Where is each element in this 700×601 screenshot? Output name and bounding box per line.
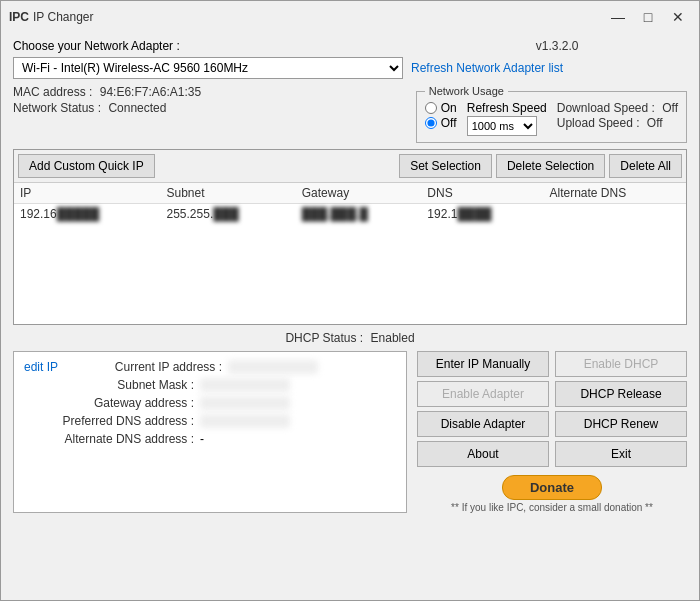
adapter-select[interactable]: Wi-Fi - Intel(R) Wireless-AC 9560 160MHz	[13, 57, 403, 79]
delete-all-button[interactable]: Delete All	[609, 154, 682, 178]
refresh-speed-label: Refresh Speed	[467, 101, 547, 115]
download-upload-col: Download Speed : Off Upload Speed : Off	[557, 101, 678, 136]
col-alt-dns: Alternate DNS	[544, 183, 687, 204]
enable-adapter-button[interactable]: Enable Adapter	[417, 381, 549, 407]
network-usage-box: Network Usage On Off Refresh Speed	[416, 85, 687, 143]
upload-speed-label: Upload Speed : Off	[557, 116, 678, 130]
title-bar-controls: — □ ✕	[605, 7, 691, 27]
close-button[interactable]: ✕	[665, 7, 691, 27]
row-alt-dns	[544, 204, 687, 225]
main-window: IPC IP Changer — □ ✕ Choose your Network…	[0, 0, 700, 601]
ip-table-body: 192.16█████ 255.255.███ ███.███.█ 192.1█…	[14, 204, 686, 225]
pref-dns-row: Preferred DNS address :	[24, 414, 396, 428]
app-name-bold: IPC	[9, 10, 29, 24]
current-ip-row: edit IP Current IP address :	[24, 360, 396, 374]
subnet-mask-value	[200, 378, 290, 392]
network-usage-legend: Network Usage	[425, 85, 508, 97]
radio-off-label: Off	[441, 116, 457, 130]
dhcp-status-row: DHCP Status : Enabled	[13, 331, 687, 345]
col-subnet: Subnet	[161, 183, 296, 204]
gateway-row: Gateway address :	[24, 396, 396, 410]
enable-dhcp-button[interactable]: Enable DHCP	[555, 351, 687, 377]
mac-address-row: MAC address : 94:E6:F7:A6:A1:35	[13, 85, 410, 99]
adapter-label: Choose your Network Adapter :	[13, 39, 180, 53]
row-gateway: ███.███.█	[296, 204, 422, 225]
row-ip: 192.16█████	[14, 204, 161, 225]
col-ip: IP	[14, 183, 161, 204]
ip-table: IP Subnet Gateway DNS Alternate DNS 192.…	[14, 183, 686, 224]
subnet-mask-label: Subnet Mask :	[24, 378, 194, 392]
speed-select[interactable]: 1000 ms	[467, 116, 537, 136]
pref-dns-value	[200, 414, 290, 428]
mac-network-info: MAC address : 94:E6:F7:A6:A1:35 Network …	[13, 85, 410, 117]
refresh-adapter-link[interactable]: Refresh Network Adapter list	[411, 61, 563, 75]
set-selection-button[interactable]: Set Selection	[399, 154, 492, 178]
btn-row-4: About Exit	[417, 441, 687, 467]
minimize-button[interactable]: —	[605, 7, 631, 27]
gateway-value	[200, 396, 290, 410]
table-empty-space	[14, 224, 686, 324]
enter-manually-button[interactable]: Enter IP Manually	[417, 351, 549, 377]
title-bar-left: IPC IP Changer	[9, 10, 94, 24]
upload-speed-value: Off	[647, 116, 663, 130]
col-gateway: Gateway	[296, 183, 422, 204]
title-bar: IPC IP Changer — □ ✕	[1, 1, 699, 31]
btn-row-3: Disable Adapter DHCP Renew	[417, 411, 687, 437]
btn-row-2: Enable Adapter DHCP Release	[417, 381, 687, 407]
on-off-radio-group: On Off	[425, 101, 457, 136]
download-speed-label: Download Speed : Off	[557, 101, 678, 115]
delete-selection-button[interactable]: Delete Selection	[496, 154, 605, 178]
current-ip-label: Current IP address :	[62, 360, 222, 374]
radio-on-input[interactable]	[425, 102, 437, 114]
table-toolbar: Add Custom Quick IP Set Selection Delete…	[14, 150, 686, 183]
radio-off-input[interactable]	[425, 117, 437, 129]
download-speed-value: Off	[662, 101, 678, 115]
app-name-text: IP Changer	[33, 10, 94, 24]
mac-label: MAC address :	[13, 85, 92, 99]
edit-ip-link[interactable]: edit IP	[24, 360, 58, 374]
mac-value: 94:E6:F7:A6:A1:35	[100, 85, 201, 99]
ip-info-box: edit IP Current IP address : Subnet Mask…	[13, 351, 407, 513]
about-button[interactable]: About	[417, 441, 549, 467]
network-status-row: Network Status : Connected	[13, 101, 410, 115]
main-content: Choose your Network Adapter : v1.3.2.0 W…	[1, 31, 699, 600]
dhcp-status-label: DHCP Status :	[285, 331, 363, 345]
bottom-section: edit IP Current IP address : Subnet Mask…	[13, 351, 687, 513]
radio-off: Off	[425, 116, 457, 130]
maximize-button[interactable]: □	[635, 7, 661, 27]
current-ip-value	[228, 360, 318, 374]
btn-row-1: Enter IP Manually Enable DHCP	[417, 351, 687, 377]
table-row[interactable]: 192.16█████ 255.255.███ ███.███.█ 192.1█…	[14, 204, 686, 225]
alt-dns-value: -	[200, 432, 204, 446]
dhcp-renew-button[interactable]: DHCP Renew	[555, 411, 687, 437]
network-status-value: Connected	[108, 101, 166, 115]
donate-note: ** If you like IPC, consider a small don…	[417, 502, 687, 513]
pref-dns-label: Preferred DNS address :	[24, 414, 194, 428]
gateway-label: Gateway address :	[24, 396, 194, 410]
alt-dns-label: Alternate DNS address :	[24, 432, 194, 446]
version-label: v1.3.2.0	[536, 39, 579, 53]
network-status-label: Network Status :	[13, 101, 101, 115]
row-subnet: 255.255.███	[161, 204, 296, 225]
refresh-speed-col: Refresh Speed 1000 ms	[467, 101, 547, 136]
alt-dns-row: Alternate DNS address : -	[24, 432, 396, 446]
radio-on: On	[425, 101, 457, 115]
disable-adapter-button[interactable]: Disable Adapter	[417, 411, 549, 437]
radio-on-label: On	[441, 101, 457, 115]
exit-button[interactable]: Exit	[555, 441, 687, 467]
subnet-mask-row: Subnet Mask :	[24, 378, 396, 392]
dhcp-status-value: Enabled	[371, 331, 415, 345]
add-custom-ip-button[interactable]: Add Custom Quick IP	[18, 154, 155, 178]
row-dns: 192.1████	[421, 204, 543, 225]
action-buttons: Enter IP Manually Enable DHCP Enable Ada…	[417, 351, 687, 513]
ip-table-container: Add Custom Quick IP Set Selection Delete…	[13, 149, 687, 325]
col-dns: DNS	[421, 183, 543, 204]
dhcp-release-button[interactable]: DHCP Release	[555, 381, 687, 407]
donate-button[interactable]: Donate	[502, 475, 602, 500]
